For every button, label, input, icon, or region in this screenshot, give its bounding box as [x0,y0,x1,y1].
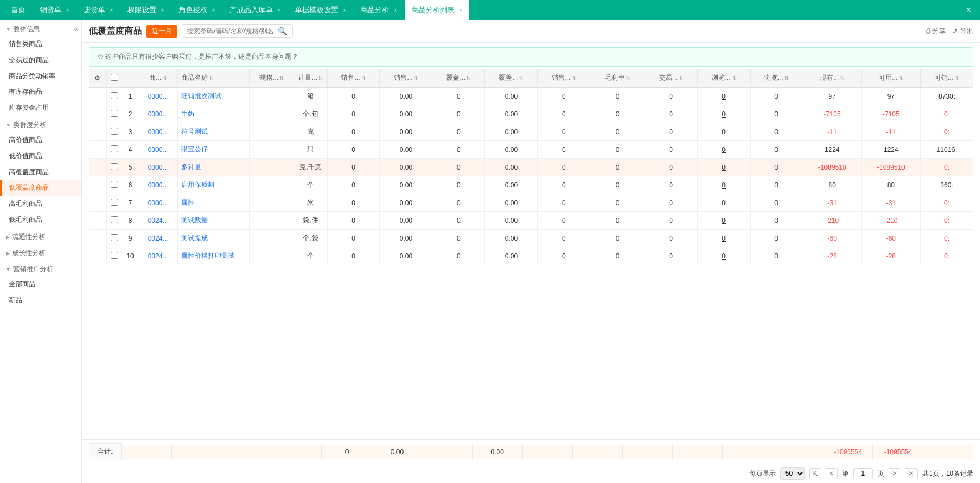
search-input[interactable] [187,27,275,35]
nav-finished[interactable]: 产成品入库单 × [223,0,287,20]
sidebar-item-sales-goods[interactable]: 销售类商品 [0,36,81,52]
search-icon[interactable]: 🔍 [278,27,287,35]
row-browse-a[interactable]: 0 [697,88,750,105]
row-check[interactable] [106,88,122,105]
sidebar-item-high-coverage[interactable]: 高覆盖度商品 [0,164,81,180]
row-code[interactable]: 0024... [139,212,177,230]
table-container[interactable]: ⚙ 商...⇅ 商品名称⇅ 规格...⇅ 计量...⇅ 销售...⇅ 销售...… [82,69,980,439]
row-check[interactable] [106,159,122,176]
nav-permission-close[interactable]: × [161,7,164,13]
prev-page-btn[interactable]: < [826,468,838,479]
col-sales-amt-header[interactable]: 销售...⇅ [380,69,432,88]
sidebar-item-new-goods[interactable]: 新品 [0,292,81,308]
last-page-btn[interactable]: >| [905,468,918,479]
col-cover-a-header[interactable]: 覆盖...⇅ [432,69,485,88]
row-settings[interactable] [89,247,106,265]
row-checkbox[interactable] [111,128,118,135]
date-filter-button[interactable]: 近一月 [146,25,177,38]
sidebar-item-low-margin[interactable]: 低毛利商品 [0,212,81,228]
sidebar-item-low-value[interactable]: 低价值商品 [0,148,81,164]
row-name[interactable]: 符号测试 [177,123,249,141]
row-checkbox[interactable] [111,181,118,188]
row-settings[interactable] [89,176,106,194]
row-browse-a[interactable]: 0 [697,105,750,123]
sidebar-section-marketing[interactable]: ▼ 营销推广分析 [0,260,81,276]
nav-home[interactable]: 首页 [4,0,32,20]
col-stock-cur-header[interactable]: 现有...⇅ [803,69,861,88]
first-page-btn[interactable]: K [809,468,821,479]
row-checkbox[interactable] [111,216,118,223]
col-stock-sale-header[interactable]: 可销...⇅ [920,69,973,88]
row-settings[interactable] [89,212,106,230]
row-name[interactable]: 牛奶 [177,105,249,123]
nav-role[interactable]: 角色授权 × [172,0,222,20]
row-checkbox[interactable] [111,234,118,241]
row-name[interactable]: 启用保质期 [177,176,249,194]
col-unit-header[interactable]: 计量...⇅ [294,69,327,88]
sidebar-item-category-rate[interactable]: 商品分类动销率 [0,68,81,84]
row-settings[interactable] [89,159,106,176]
row-browse-a[interactable]: 0 [697,141,750,159]
row-checkbox[interactable] [111,199,118,206]
col-spec-header[interactable]: 规格...⇅ [249,69,294,88]
sidebar-item-all-goods[interactable]: 全部商品 [0,276,81,292]
row-browse-a[interactable]: 0 [697,159,750,176]
col-trade-header[interactable]: 交易...⇅ [645,69,697,88]
nav-analysis-list-close[interactable]: × [459,7,462,13]
col-browse-a-header[interactable]: 浏览...⇅ [697,69,750,88]
nav-purchase-close[interactable]: × [110,7,113,13]
row-checkbox[interactable] [111,252,118,259]
nav-template-close[interactable]: × [343,7,346,13]
col-code-header[interactable]: 商...⇅ [139,69,177,88]
sidebar-section-overall[interactable]: ▼ 整体信息 [0,20,81,36]
row-name[interactable]: 属性价格打印测试 [177,247,249,265]
col-browse-b-header[interactable]: 浏览...⇅ [750,69,803,88]
row-checkbox[interactable] [111,163,118,170]
row-browse-a[interactable]: 0 [697,176,750,194]
row-check[interactable] [106,230,122,247]
sidebar-section-cluster[interactable]: ▼ 类群度分析 [0,116,81,132]
nav-sales-close[interactable]: × [66,7,69,13]
nav-sales[interactable]: 销货单 × [33,0,76,20]
page-number-input[interactable] [853,468,873,479]
row-name[interactable]: 属性 [177,194,249,212]
row-browse-a[interactable]: 0 [697,194,750,212]
row-code[interactable]: 0000... [139,176,177,194]
row-check[interactable] [106,176,122,194]
row-code[interactable]: 0000... [139,194,177,212]
row-check[interactable] [106,194,122,212]
col-check-all[interactable] [106,69,122,88]
row-code[interactable]: 0000... [139,105,177,123]
row-check[interactable] [106,123,122,141]
col-sales-qty-header[interactable]: 销售...⇅ [327,69,380,88]
row-code[interactable]: 0000... [139,88,177,105]
sidebar-section-growth[interactable]: ▶ 成长性分析 [0,244,81,260]
window-close-button[interactable]: × [962,5,976,15]
col-gross-rate-header[interactable]: 毛利率⇅ [590,69,645,88]
row-check[interactable] [106,247,122,265]
per-page-select[interactable]: 50 [780,467,805,480]
row-name[interactable]: 测试数量 [177,212,249,230]
sidebar-item-high-margin[interactable]: 高毛利商品 [0,196,81,212]
row-settings[interactable] [89,230,106,247]
nav-permission[interactable]: 权限设置 × [121,0,171,20]
nav-analysis-close[interactable]: × [394,7,397,13]
row-browse-a[interactable]: 0 [697,123,750,141]
row-name[interactable]: 测试提成 [177,230,249,247]
sidebar-item-stock-fund[interactable]: 库存资金占用 [0,100,81,116]
col-cover-b-header[interactable]: 覆盖...⇅ [485,69,538,88]
export-button[interactable]: ↗ 导出 [952,27,973,36]
row-code[interactable]: 0024... [139,247,177,265]
row-code[interactable]: 0000... [139,141,177,159]
next-page-btn[interactable]: > [889,468,900,479]
col-stock-avail-header[interactable]: 可用...⇅ [861,69,920,88]
row-settings[interactable] [89,123,106,141]
sidebar-section-flow[interactable]: ▶ 流通性分析 [0,228,81,244]
row-name[interactable]: 多计量 [177,159,249,176]
nav-template[interactable]: 单据模板设置 × [288,0,353,20]
row-name[interactable]: 旺铺批次测试 [177,88,249,105]
row-code[interactable]: 0000... [139,123,177,141]
row-browse-a[interactable]: 0 [697,247,750,265]
row-settings[interactable] [89,105,106,123]
row-checkbox[interactable] [111,92,118,99]
